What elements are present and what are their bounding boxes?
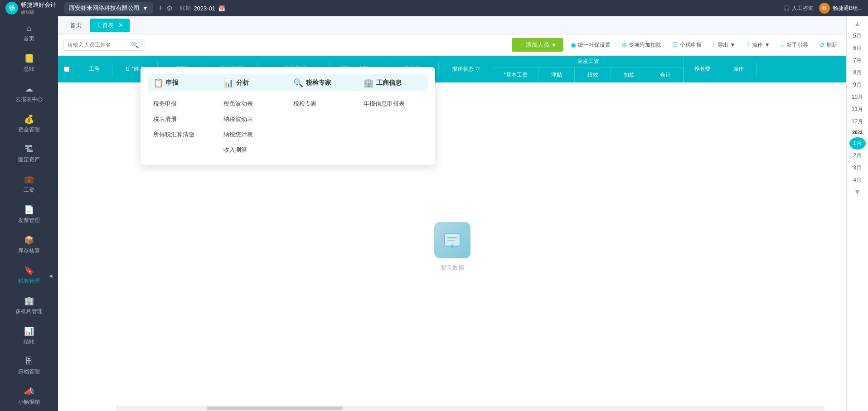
th-id: 工号 [76, 62, 112, 77]
sidebar-item-inventory[interactable]: 📦 库存核算 [3, 231, 55, 259]
logo-icon: 畅 [5, 2, 18, 15]
add-person-button[interactable]: ＋ 添加人员 ▼ [512, 38, 563, 52]
scrollbar-thumb[interactable] [207, 406, 343, 410]
sidebar-item-label: 固定资产 [18, 156, 40, 164]
tab-payroll[interactable]: 工资表 ✕ [90, 19, 130, 32]
declaration-label: 申报 [166, 79, 179, 87]
annual-report-item[interactable]: 年报信息申报表 [358, 96, 428, 111]
empty-icon [434, 222, 470, 258]
business-info-icon: 🏢 [364, 78, 373, 88]
month-11[interactable]: 11月 [849, 103, 867, 116]
special-deduction-button[interactable]: ⊕ 专项附加扣除 [618, 39, 665, 51]
month-4[interactable]: 4月 [849, 174, 867, 186]
sidebar-item-payroll[interactable]: 💼 工资 [3, 170, 55, 198]
sidebar-item-label: 云报表中心 [15, 96, 43, 103]
calendar-icon[interactable]: 📅 [218, 5, 225, 12]
tax-fluctuation-item[interactable]: 纳税波动表 [218, 111, 288, 127]
individual-tax-button[interactable]: ☰ 个税申报 [669, 39, 705, 51]
month-6[interactable]: 6月 [849, 42, 867, 54]
select-all-checkbox[interactable] [64, 66, 70, 72]
add-company-icon[interactable]: + [158, 4, 163, 13]
sidebar-item-fund[interactable]: 💰 资金管理 [3, 110, 55, 138]
th-operation: 操作 [720, 62, 756, 77]
dropdown-col-analysis: 📊 分析 税负波动表 纳税波动表 纳税统计表 收入测算 [218, 74, 288, 158]
home-icon: ⌂ [27, 24, 32, 33]
operation-button[interactable]: ≡ 操作 ▼ [742, 39, 773, 51]
payroll-icon: 💼 [24, 174, 34, 184]
sidebar-item-cloud-report[interactable]: ☁ 云报表中心 [3, 79, 55, 108]
top-header: 畅 畅捷通好会计 旗舰版 西安虾米网络科技有限公司 ▼ + ⚙ 账期 2023-… [0, 0, 868, 16]
scroll-down-icon[interactable]: ▼ [852, 186, 863, 198]
month-12[interactable]: 12月 [849, 116, 867, 128]
individual-tax-icon: ☰ [672, 41, 678, 48]
tax-expert-header: 🔍 税检专家 [288, 74, 358, 92]
tax-burden-item[interactable]: 税负波动表 [218, 96, 288, 111]
special-deduction-icon: ⊕ [621, 41, 627, 48]
settlement-icon: 📊 [24, 326, 34, 336]
marketing-icon: 📣 [24, 387, 34, 396]
support-button[interactable]: 🎧 人工咨询 [783, 5, 814, 12]
th-allowance: 津贴 [538, 68, 575, 82]
income-estimate-item[interactable]: 收入测算 [218, 142, 288, 158]
org-icon: 🏢 [24, 296, 34, 306]
tax-declaration-item[interactable]: 税务申报 [148, 96, 218, 111]
toolbar: 🔍 ＋ 添加人员 ▼ ◉ 统一社保设置 ⊕ 专项附加扣除 ☰ 个税申报 ↑ 导 [58, 34, 846, 56]
month-8[interactable]: 8月 [849, 67, 867, 79]
tax-schedule-item[interactable]: 税表清册 [148, 111, 218, 127]
th-base-wage: *基本工资 [493, 68, 538, 82]
sidebar-item-fixed-assets[interactable]: 🏗 固定资产 [3, 140, 55, 168]
sidebar-item-multi-org[interactable]: 🏢 多机构管理 [3, 291, 55, 320]
company-name: 西安虾米网络科技有限公司 [69, 4, 140, 12]
sidebar-item-ledger[interactable]: 📒 总账 [3, 49, 55, 77]
export-button[interactable]: ↑ 导出 ▼ [709, 39, 739, 51]
social-insurance-button[interactable]: ◉ 统一社保设置 [567, 39, 614, 51]
app-logo: 畅 畅捷通好会计 旗舰版 [5, 1, 60, 15]
month-7[interactable]: 7月 [849, 54, 867, 67]
tax-statistics-item[interactable]: 纳税统计表 [218, 127, 288, 142]
sidebar-item-marketing[interactable]: 📣 小畅报销 [3, 382, 55, 411]
tax-expert-icon: 🔍 [293, 78, 303, 88]
sidebar-item-label: 总账 [24, 65, 34, 73]
dropdown-columns: 📋 申报 税务申报 税表清册 所得税汇算清缴 📊 分析 税负波动表 纳税波动表 … [148, 74, 428, 158]
sidebar-item-archive[interactable]: 🗄 归档管理 [3, 352, 55, 380]
svg-rect-1 [447, 237, 457, 238]
avatar: 畅 [819, 3, 830, 14]
fund-icon: 💰 [24, 114, 34, 124]
settings-icon[interactable]: ⚙ [166, 4, 173, 13]
tax-expert-item[interactable]: 税检专家 [288, 96, 358, 111]
user-info[interactable]: 畅 畅捷通B组... [819, 3, 863, 14]
assets-icon: 🏗 [25, 145, 33, 154]
sidebar-item-settlement[interactable]: 📊 结账 [3, 322, 55, 350]
tab-close-icon[interactable]: ✕ [118, 22, 123, 29]
month-sidebar: ▲ 5月 6月 7月 8月 9月 10月 11月 12月 2023 1月 2月 … [846, 16, 868, 411]
th-checkbox[interactable] [58, 63, 76, 76]
scroll-up-icon[interactable]: ▲ [852, 18, 863, 30]
sidebar-item-label: 税务管理 [18, 277, 40, 285]
ledger-icon: 📒 [24, 53, 34, 63]
guide-button[interactable]: ○ 新手引导 [777, 39, 812, 51]
month-10[interactable]: 10月 [849, 91, 867, 103]
sidebar-item-home[interactable]: ⌂ 首页 [3, 19, 55, 47]
month-5[interactable]: 5月 [849, 30, 867, 42]
refresh-button[interactable]: ↺ 刷新 [815, 39, 841, 51]
search-input[interactable] [68, 42, 131, 48]
month-1-active[interactable]: 1月 [849, 137, 866, 150]
year-2023-label: 2023 [849, 128, 867, 137]
sidebar-item-label: 结账 [24, 338, 34, 346]
tax-dropdown-popup: 📋 申报 税务申报 税表清册 所得税汇算清缴 📊 分析 税负波动表 纳税波动表 … [141, 67, 435, 165]
svg-rect-2 [447, 240, 455, 241]
analysis-header: 📊 分析 [218, 74, 288, 92]
filter2-icon[interactable]: ▽ [475, 66, 480, 73]
logo-sub: 旗舰版 [21, 9, 56, 15]
income-tax-item[interactable]: 所得税汇算清缴 [148, 127, 218, 142]
month-9[interactable]: 9月 [849, 79, 867, 91]
tab-home[interactable]: 首页 [63, 19, 88, 32]
scrollbar[interactable] [116, 406, 824, 411]
month-2[interactable]: 2月 [849, 150, 867, 162]
sidebar-item-tax[interactable]: 🔖 税务管理 ◀ [3, 261, 55, 290]
company-selector[interactable]: 西安虾米网络科技有限公司 ▼ [64, 2, 153, 14]
sidebar-item-invoice[interactable]: 📄 发票管理 [3, 200, 55, 229]
month-3[interactable]: 3月 [849, 162, 867, 174]
th-deduction: 扣款 [611, 68, 647, 82]
inventory-icon: 📦 [24, 235, 34, 245]
